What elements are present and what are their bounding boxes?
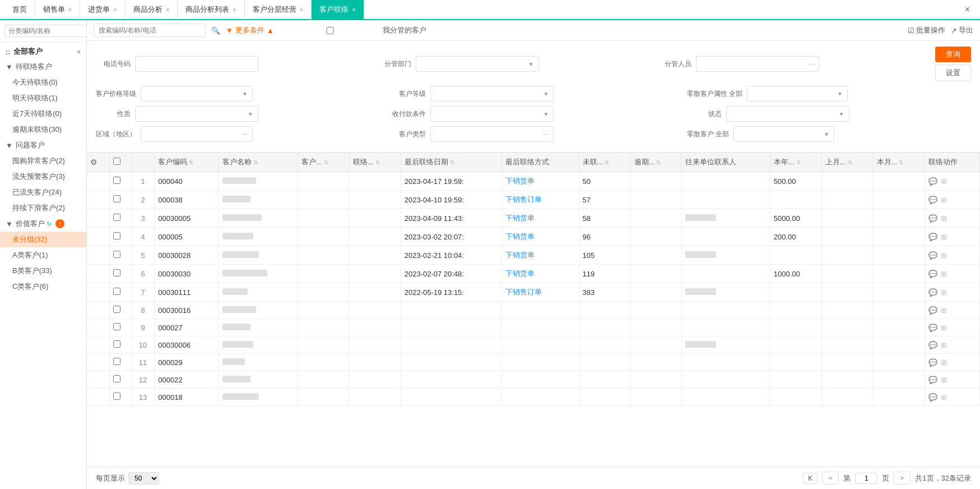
grid-icon[interactable]: ⊞ — [941, 306, 947, 315]
col-no-contact[interactable]: 未联...⇅ — [579, 153, 630, 172]
contact-way-link[interactable]: 下销货单 — [505, 177, 535, 185]
contact-way-link[interactable]: 下销货单 — [505, 214, 535, 222]
export-btn[interactable]: ↗ 导出 — [951, 25, 973, 35]
region-input[interactable]: ··· — [141, 126, 253, 142]
sidebar-item-overdue[interactable]: 逾期未联络(30) — [0, 122, 86, 137]
sidebar-item-unassigned[interactable]: 未分组(32) — [0, 232, 86, 247]
row-checkbox[interactable] — [113, 251, 120, 258]
close-product-analysis-list[interactable]: × — [233, 6, 236, 13]
row-checkbox[interactable] — [113, 177, 120, 184]
row-checkbox[interactable] — [113, 195, 120, 202]
col-overdue[interactable]: 逾期...⇅ — [630, 153, 682, 172]
customer-level-select[interactable]: ▼ — [430, 86, 554, 102]
grid-icon[interactable]: ⊞ — [941, 214, 947, 223]
payment-select[interactable]: ▼ — [430, 106, 554, 122]
chat-icon[interactable]: 💬 — [928, 251, 937, 260]
grid-icon[interactable]: ⊞ — [941, 270, 947, 278]
close-product-analysis[interactable]: × — [166, 6, 169, 13]
row-checkbox[interactable] — [113, 323, 120, 330]
reset-button[interactable]: 设置 — [935, 64, 971, 81]
manager-input[interactable]: ··· — [696, 56, 819, 72]
row-checkbox[interactable] — [113, 288, 120, 295]
col-name[interactable]: 客户名称⇅ — [219, 153, 298, 172]
my-customers-checkbox[interactable]: 我分管的客户 — [280, 25, 426, 35]
chat-icon[interactable]: 💬 — [928, 196, 937, 204]
chat-icon[interactable]: 💬 — [928, 393, 937, 402]
status-select[interactable]: ▼ — [726, 106, 849, 122]
row-checkbox[interactable] — [113, 306, 120, 313]
price-level-select[interactable]: ▼ — [141, 86, 253, 102]
row-checkbox[interactable] — [113, 393, 120, 400]
chat-icon[interactable]: 💬 — [928, 306, 937, 315]
row-checkbox[interactable] — [113, 232, 120, 239]
group-pending-contact[interactable]: ▼ 待联络客户 — [0, 59, 86, 75]
chat-icon[interactable]: 💬 — [928, 214, 937, 223]
prev-page-btn[interactable]: ＜ — [822, 472, 839, 485]
chat-icon[interactable]: 💬 — [928, 177, 937, 186]
sidebar-collapse-btn[interactable]: « — [77, 48, 81, 56]
chat-icon[interactable]: 💬 — [928, 358, 937, 367]
sidebar-item-class-b[interactable]: B类客户(33) — [0, 263, 86, 279]
close-customer-contact[interactable]: × — [352, 6, 355, 13]
row-checkbox[interactable] — [113, 358, 120, 365]
col-last-way[interactable]: 最后联络方式 — [501, 153, 579, 172]
chat-icon[interactable]: 💬 — [928, 341, 937, 349]
sidebar-item-7days[interactable]: 近7天待联络(0) — [0, 106, 86, 122]
col-last-month[interactable]: 上月...⇅ — [821, 153, 873, 172]
col-contact[interactable]: 联络...⇅ — [349, 153, 401, 172]
contact-way-link[interactable]: 下销货单 — [505, 251, 535, 259]
tab-customer-contact[interactable]: 客户联络 × — [312, 0, 364, 20]
col-last-date[interactable]: 最后联络日期⇅ — [401, 153, 501, 172]
contact-way-link[interactable]: 下销货单 — [505, 232, 535, 241]
chat-icon[interactable]: 💬 — [928, 324, 937, 332]
tab-product-analysis[interactable]: 商品分析 × — [126, 0, 178, 20]
sidebar-item-today[interactable]: 今天待联络(0) — [0, 75, 86, 90]
grid-icon[interactable]: ⊞ — [941, 341, 947, 349]
sidebar-item-class-c[interactable]: C类客户(6) — [0, 279, 86, 294]
grid-icon[interactable]: ⊞ — [941, 251, 947, 260]
grid-icon[interactable]: ⊞ — [941, 324, 947, 332]
sidebar-item-churn-warning[interactable]: 流失预警客户(3) — [0, 169, 86, 184]
chat-icon[interactable]: 💬 — [928, 233, 937, 241]
close-customer-segmentation[interactable]: × — [300, 6, 303, 13]
nature-select[interactable]: ▼ — [135, 106, 258, 122]
tab-home[interactable]: 首页 — [4, 0, 35, 20]
page-input[interactable] — [855, 473, 877, 484]
grid-icon[interactable]: ⊞ — [941, 376, 947, 384]
group-problem-customers[interactable]: ▼ 问题客户 — [0, 137, 86, 153]
close-sales-order[interactable]: × — [68, 6, 72, 13]
page-size-select[interactable]: 50 100 200 — [128, 472, 159, 485]
grid-icon[interactable]: ⊞ — [941, 177, 947, 186]
grid-icon[interactable]: ⊞ — [941, 393, 947, 402]
sidebar-item-tomorrow[interactable]: 明天待联络(1) — [0, 90, 86, 106]
all-customers-title[interactable]: :: 全部客户 « — [0, 42, 86, 59]
tab-purchase-order[interactable]: 进货单 × — [80, 0, 125, 20]
dept-select[interactable]: ▼ — [416, 56, 539, 72]
col-this-month[interactable]: 本月...⇅ — [873, 153, 925, 172]
contact-way-link[interactable]: 下销售订单 — [505, 195, 542, 204]
col-this-year[interactable]: 本年...⇅ — [770, 153, 821, 172]
grid-icon[interactable]: ⊞ — [941, 358, 947, 367]
sidebar-item-class-a[interactable]: A类客户(1) — [0, 247, 86, 263]
tab-product-analysis-list[interactable]: 商品分析列表 × — [178, 0, 244, 20]
contact-way-link[interactable]: 下销售订单 — [505, 288, 542, 296]
sidebar-item-declining[interactable]: 持续下滑客户(2) — [0, 200, 86, 216]
filter-search-icon[interactable]: 🔍 — [211, 26, 220, 35]
chat-icon[interactable]: 💬 — [928, 270, 937, 278]
col-unit-contact[interactable]: 往来单位联系人 — [682, 153, 770, 172]
col-settings[interactable]: ⚙ — [87, 153, 109, 172]
phone-input[interactable] — [135, 56, 258, 72]
grid-icon[interactable]: ⊞ — [941, 196, 947, 204]
grid-icon[interactable]: ⊞ — [941, 288, 947, 297]
chat-icon[interactable]: 💬 — [928, 288, 937, 297]
sidebar-search-input[interactable] — [4, 25, 87, 37]
col-type[interactable]: 客户...⇅ — [298, 153, 349, 172]
tab-sales-order[interactable]: 销售单 × — [35, 0, 80, 20]
retail-attr-select[interactable]: ▼ — [747, 86, 848, 102]
grid-icon[interactable]: ⊞ — [941, 233, 947, 241]
row-checkbox[interactable] — [113, 214, 120, 221]
select-all-checkbox[interactable] — [113, 158, 120, 165]
retail-customer-select[interactable]: ▼ — [733, 126, 834, 142]
search-input[interactable] — [94, 24, 206, 37]
next-page-btn[interactable]: ＞ — [894, 472, 911, 485]
